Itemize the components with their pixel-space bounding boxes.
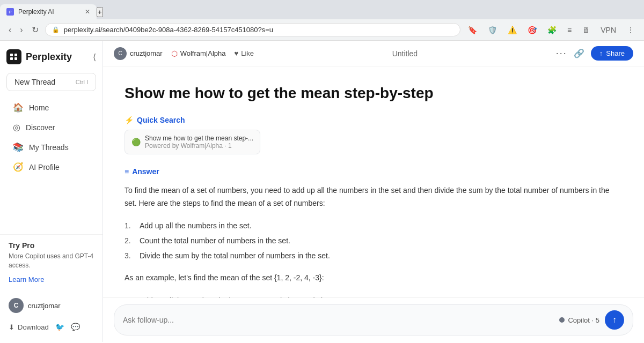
search-card-text: Show me how to get the mean step-... (145, 135, 253, 142)
send-button[interactable]: ↑ (605, 310, 624, 330)
app-layout: Perplexity ⟨ New Thread Ctrl I 🏠 Home ◎ … (0, 41, 644, 342)
active-tab[interactable]: P Perplexity AI ✕ (0, 4, 97, 19)
followup-input[interactable] (123, 316, 553, 324)
top-bar: C cruztjomar ⬡ Wolfram|Alpha ♥ Like Unti… (103, 41, 644, 66)
quick-search-section: ⚡ Quick Search 🟢 Show me how to get the … (125, 116, 623, 154)
heart-icon: ♥ (234, 49, 238, 57)
twitter-icon[interactable]: 🐦 (55, 323, 64, 331)
logo-grid (10, 54, 18, 60)
new-tab-button[interactable]: + (97, 7, 103, 17)
home-icon: 🏠 (13, 102, 24, 113)
sidebar-item-ai-profile[interactable]: 🧭 AI Profile (4, 158, 98, 176)
list-item: 3. Divide the sum by the total number of… (125, 249, 623, 264)
search-card-content: Show me how to get the mean step-... Pow… (145, 135, 253, 150)
quick-search-label: ⚡ Quick Search (125, 116, 623, 124)
back-button[interactable]: ‹ (6, 23, 13, 37)
top-bar-user: C cruztjomar (114, 47, 163, 60)
sidebar-item-label: Discover (26, 123, 55, 132)
sidebar-item-label: AI Profile (29, 163, 60, 172)
sidebar-item-label: My Threads (29, 143, 69, 152)
extension-puzzle-button[interactable]: 🧩 (544, 24, 560, 36)
address-bar[interactable]: 🔒 perplexity.ai/search/0409be2c-908a-436… (45, 23, 460, 36)
sidebar-item-my-threads[interactable]: 📚 My Threads (4, 138, 98, 156)
answer-intro: To find the mean of a set of numbers, yo… (125, 184, 623, 210)
copilot-badge: Copilot · 5 (559, 316, 599, 324)
extension-vpn-button[interactable]: VPN (597, 24, 619, 36)
step-2: Count the total number of numbers in the… (140, 235, 290, 248)
discover-icon: ◎ (13, 122, 20, 132)
try-pro-section: Try Pro More Copilot uses and GPT-4 acce… (0, 234, 103, 290)
answer-icon: ≡ (125, 167, 129, 176)
page-title: Show me how to get the mean step-by-step (125, 84, 623, 103)
share-button[interactable]: ↑ Share (591, 46, 633, 61)
answer-label: ≡ Answer (125, 167, 623, 176)
download-icon: ⬇ (9, 323, 14, 331)
source-name: Wolfram|Alpha (180, 49, 226, 57)
sidebar-item-home[interactable]: 🏠 Home (4, 98, 98, 117)
answer-section: ≡ Answer To find the mean of a set of nu… (125, 167, 623, 297)
tab-close-button[interactable]: ✕ (85, 8, 90, 16)
sidebar-header: Perplexity ⟨ (0, 45, 103, 71)
copy-link-button[interactable]: 🔗 (574, 48, 584, 58)
copilot-dot (559, 317, 565, 323)
step-1: Add up all the numbers in the set. (140, 220, 252, 233)
wolfram-card-icon: 🟢 (131, 138, 141, 146)
profile-icon: 🧭 (13, 162, 24, 172)
sidebar-item-label: Home (29, 103, 49, 112)
browser-chrome: P Perplexity AI ✕ + ‹ › ↻ 🔒 perplexity.a… (0, 0, 644, 41)
sidebar-spacer (0, 177, 103, 234)
wolfram-icon: ⬡ (171, 49, 178, 58)
avatar: C (9, 298, 24, 313)
extension-brave-button[interactable]: 🛡️ (485, 24, 500, 36)
followup-input-wrap: Copilot · 5 ↑ (114, 304, 633, 335)
copilot-label: Copilot · 5 (568, 316, 599, 324)
try-pro-title: Try Pro (9, 241, 94, 250)
new-thread-button[interactable]: New Thread Ctrl I (6, 73, 96, 91)
main-content: C cruztjomar ⬡ Wolfram|Alpha ♥ Like Unti… (103, 41, 644, 342)
extension-alert-button[interactable]: ⚠️ (504, 24, 520, 36)
sidebar-item-discover[interactable]: ◎ Discover (4, 118, 98, 137)
new-thread-shortcut: Ctrl I (76, 79, 88, 85)
content-area: Show me how to get the mean step-by-step… (103, 66, 644, 297)
forward-button[interactable]: › (18, 23, 25, 37)
download-label: Download (18, 323, 49, 331)
refresh-button[interactable]: ↻ (30, 23, 41, 37)
like-button[interactable]: ♥ Like (234, 49, 254, 57)
list-item: 1. Add up all the numbers in the set. (125, 219, 623, 234)
avatar-initials: C (14, 302, 19, 309)
new-thread-label: New Thread (14, 78, 55, 86)
download-button[interactable]: ⬇ Download (9, 323, 49, 331)
search-card-powered: Powered by Wolfram|Alpha · 1 (145, 142, 253, 150)
tab-title: Perplexity AI (18, 8, 54, 16)
more-options-button[interactable]: ··· (556, 48, 567, 59)
browser-actions: 🔖 🛡️ ⚠️ 🎯 🧩 ≡ 🖥 VPN ⋮ (465, 24, 638, 36)
top-bar-actions: ··· 🔗 ↑ Share (556, 46, 633, 61)
try-pro-description: More Copilot uses and GPT-4 access. (9, 252, 94, 270)
list-item: 1. Add up all the numbers in the set: 1 … (125, 293, 623, 297)
extension-monitor-button[interactable]: 🖥 (579, 24, 593, 36)
extension-list-button[interactable]: ≡ (564, 24, 575, 36)
top-bar-avatar: C (114, 47, 127, 60)
thread-title: Untitled (262, 49, 547, 58)
share-label: Share (606, 49, 625, 57)
download-section: ⬇ Download 🐦 💬 (0, 318, 103, 338)
discord-icon[interactable]: 💬 (71, 323, 80, 331)
extension-button[interactable]: 🎯 (524, 24, 540, 36)
lightning-icon: ⚡ (125, 116, 134, 124)
sidebar-logo: Perplexity (6, 49, 72, 64)
search-card[interactable]: 🟢 Show me how to get the mean step-... P… (125, 130, 260, 154)
bookmark-button[interactable]: 🔖 (465, 24, 480, 36)
sidebar: Perplexity ⟨ New Thread Ctrl I 🏠 Home ◎ … (0, 41, 103, 342)
sidebar-collapse-button[interactable]: ⟨ (93, 52, 96, 62)
logo-text: Perplexity (26, 51, 72, 63)
browser-tabs: P Perplexity AI ✕ + (0, 0, 644, 19)
logo-icon (6, 49, 21, 64)
top-bar-username: cruztjomar (130, 49, 163, 57)
share-icon: ↑ (599, 49, 603, 57)
answer-text-label: Answer (132, 167, 159, 176)
send-icon: ↑ (612, 315, 617, 325)
list-item: 2. Count the total number of numbers in … (125, 234, 623, 249)
learn-more-link[interactable]: Learn More (9, 275, 44, 284)
followup-bar: Copilot · 5 ↑ (103, 297, 644, 342)
menu-button[interactable]: ⋮ (624, 24, 638, 36)
